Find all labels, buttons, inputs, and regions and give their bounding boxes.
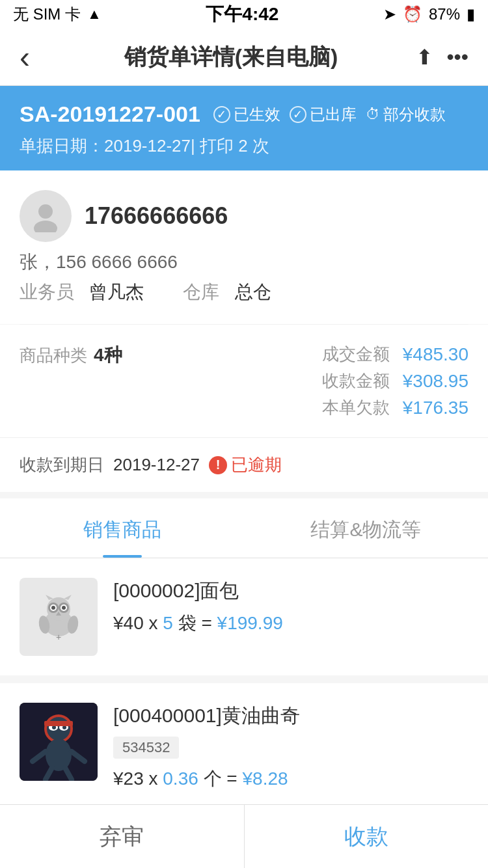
svg-marker-12 — [64, 595, 72, 600]
svg-point-24 — [46, 739, 72, 771]
due-label: 收款到期日 — [20, 454, 104, 476]
summary-left: 商品种类 4种 — [20, 343, 122, 419]
collection-label: 收款金额 — [322, 370, 390, 392]
more-icon[interactable]: ••• — [446, 45, 468, 69]
product-name-1: [0000002]面包 — [113, 578, 468, 604]
product-list: + [0000002]面包 ¥40 x 5 袋 = ¥199.99 — [0, 558, 488, 819]
overdue-badge: ! 已逾期 — [209, 454, 282, 476]
check-icon: ✓ — [213, 106, 230, 123]
svg-rect-23 — [44, 721, 73, 726]
badge-shipped: ✓ 已出库 — [290, 104, 357, 125]
svg-marker-11 — [46, 595, 53, 600]
customer-section: 17666666666 张，156 6666 6666 业务员 曾凡杰 仓库 总… — [0, 170, 488, 324]
summary-right: 成交金额 ¥485.30 收款金额 ¥308.95 本单欠款 ¥176.35 — [322, 343, 468, 419]
product-price-1: ¥40 x 5 袋 = ¥199.99 — [113, 611, 468, 636]
debt-amount: ¥176.35 — [403, 398, 468, 418]
product-price-2: ¥23 x 0.36 个 = ¥8.28 — [113, 766, 468, 791]
order-badges: ✓ 已生效 ✓ 已出库 ⏱ 部分收款 — [213, 104, 446, 125]
summary-section: 商品种类 4种 成交金额 ¥485.30 收款金额 ¥308.95 本单欠款 ¥… — [0, 325, 488, 437]
product-item: + [0000002]面包 ¥40 x 5 袋 = ¥199.99 — [0, 558, 488, 683]
battery-text: 87% — [429, 5, 460, 23]
due-date: 2019-12-27 — [113, 455, 200, 475]
carrier-text: 无 SIM 卡 — [13, 4, 81, 25]
battery-icon: ▮ — [467, 5, 475, 23]
collection-amount: ¥308.95 — [403, 371, 468, 392]
svg-point-0 — [38, 204, 53, 219]
product-image-cookie — [20, 703, 98, 781]
status-time: 下午4:42 — [206, 2, 278, 27]
confirm-button[interactable]: 收款 — [245, 805, 489, 868]
tab-sales-products[interactable]: 销售商品 — [0, 498, 244, 558]
status-right: ➤ ⏰ 87% ▮ — [383, 5, 475, 23]
order-header: SA-20191227-001 ✓ 已生效 ✓ 已出库 ⏱ 部分收款 单据日期：… — [0, 86, 488, 170]
status-left: 无 SIM 卡 ▲ — [13, 4, 102, 25]
cancel-button[interactable]: 弃审 — [0, 805, 245, 868]
product-type-value: 4种 — [94, 343, 122, 368]
product-item-2: [000400001]黄油曲奇 534532 ¥23 x 0.36 个 = ¥8… — [0, 683, 488, 819]
product-info-bread: [0000002]面包 ¥40 x 5 袋 = ¥199.99 — [113, 578, 468, 636]
overdue-icon: ! — [209, 456, 227, 474]
customer-name: 张，156 6666 6666 — [20, 250, 468, 275]
wifi-icon: ▲ — [87, 6, 102, 23]
clock-icon: ⏱ — [366, 106, 380, 123]
badge-effective: ✓ 已生效 — [213, 104, 280, 125]
customer-phone: 17666666666 — [85, 202, 228, 230]
product-type-label: 商品种类 — [20, 344, 87, 367]
salesman-label: 业务员 — [20, 282, 74, 302]
product-tag-2: 534532 — [113, 737, 179, 759]
customer-avatar — [20, 190, 72, 242]
product-info-cookie: [000400001]黄油曲奇 534532 ¥23 x 0.36 个 = ¥8… — [113, 703, 468, 791]
nav-bar: ‹ 销货单详情(来自电脑) ⬆ ••• — [0, 29, 488, 86]
location-icon: ➤ — [383, 5, 396, 23]
tab-settlement[interactable]: 结算&物流等 — [244, 498, 488, 558]
product-image-bread: + — [20, 578, 98, 656]
page-title: 销货单详情(来自电脑) — [59, 42, 403, 72]
warehouse-value: 总仓 — [235, 282, 271, 302]
product-name-2: [000400001]黄油曲奇 — [113, 703, 468, 729]
svg-point-1 — [34, 221, 57, 232]
tabs: 销售商品 结算&物流等 — [0, 498, 488, 558]
back-button[interactable]: ‹ — [20, 39, 59, 75]
tabs-section: 销售商品 结算&物流等 — [0, 492, 488, 558]
alarm-icon: ⏰ — [403, 5, 422, 23]
warehouse-label: 仓库 — [183, 282, 219, 302]
svg-point-8 — [51, 606, 55, 610]
transaction-label: 成交金额 — [322, 343, 390, 366]
order-date: 单据日期：2019-12-27| 打印 2 次 — [20, 135, 468, 157]
share-icon[interactable]: ⬆ — [416, 45, 433, 70]
overdue-text: 已逾期 — [231, 454, 282, 476]
debt-label: 本单欠款 — [322, 396, 390, 419]
customer-meta: 业务员 曾凡杰 仓库 总仓 — [20, 280, 468, 305]
nav-right-actions: ⬆ ••• — [403, 45, 468, 70]
svg-point-9 — [62, 606, 66, 610]
check-icon2: ✓ — [290, 106, 306, 123]
status-bar: 无 SIM 卡 ▲ 下午4:42 ➤ ⏰ 87% ▮ — [0, 0, 488, 29]
bottom-bar: 弃审 收款 — [0, 804, 488, 868]
order-id: SA-20191227-001 — [20, 102, 200, 127]
badge-partial: ⏱ 部分收款 — [366, 104, 446, 125]
salesman-value: 曾凡杰 — [89, 282, 144, 302]
svg-text:+: + — [56, 632, 61, 642]
transaction-amount: ¥485.30 — [403, 344, 468, 365]
due-date-section: 收款到期日 2019-12-27 ! 已逾期 — [0, 437, 488, 492]
